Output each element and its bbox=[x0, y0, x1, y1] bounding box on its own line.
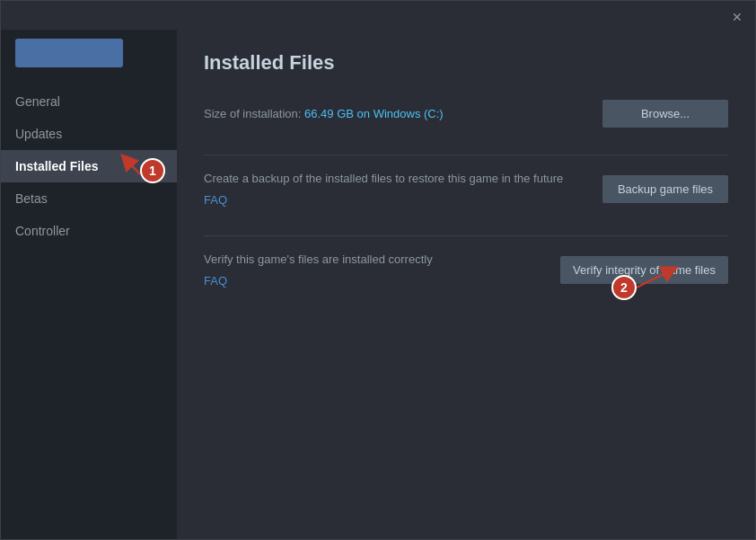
backup-row: Create a backup of the installed files t… bbox=[204, 170, 728, 208]
installation-size-row: Size of installation: 66.49 GB on Window… bbox=[204, 100, 728, 128]
sidebar-logo bbox=[15, 39, 123, 67]
backup-text: Create a backup of the installed files t… bbox=[204, 170, 602, 208]
sidebar: General Updates Installed Files Betas Co… bbox=[1, 30, 177, 539]
annotation-badge-2: 2 bbox=[611, 275, 637, 300]
main-layout: General Updates Installed Files Betas Co… bbox=[1, 30, 755, 539]
verify-row: Verify this game's files are installed c… bbox=[204, 251, 728, 289]
backup-section: Create a backup of the installed files t… bbox=[204, 170, 728, 208]
dialog: 1 2 ✕ General Updates Installed Files Be… bbox=[0, 0, 756, 540]
title-bar: ✕ bbox=[1, 1, 755, 30]
installation-size-value: 66.49 GB on Windows (C:) bbox=[304, 107, 444, 120]
sidebar-item-updates[interactable]: Updates bbox=[1, 118, 177, 150]
content-area: Installed Files Size of installation: 66… bbox=[177, 30, 755, 539]
sidebar-item-general[interactable]: General bbox=[1, 85, 177, 118]
sidebar-item-controller[interactable]: Controller bbox=[1, 215, 177, 247]
divider-2 bbox=[204, 235, 728, 236]
sidebar-item-betas[interactable]: Betas bbox=[1, 182, 177, 215]
close-button[interactable]: ✕ bbox=[728, 8, 746, 26]
verify-text: Verify this game's files are installed c… bbox=[204, 251, 560, 289]
installation-size-section: Size of installation: 66.49 GB on Window… bbox=[204, 100, 728, 128]
browse-button[interactable]: Browse... bbox=[602, 100, 728, 128]
verify-integrity-button[interactable]: Verify integrity of game files bbox=[560, 256, 728, 284]
backup-game-files-button[interactable]: Backup game files bbox=[602, 175, 728, 203]
installation-size-text: Size of installation: 66.49 GB on Window… bbox=[204, 105, 602, 123]
verify-section: Verify this game's files are installed c… bbox=[204, 251, 728, 289]
backup-faq-link[interactable]: FAQ bbox=[204, 191, 585, 209]
divider-1 bbox=[204, 155, 728, 155]
annotation-badge-1: 1 bbox=[140, 158, 165, 183]
verify-faq-link[interactable]: FAQ bbox=[204, 272, 542, 290]
page-title: Installed Files bbox=[204, 51, 728, 75]
